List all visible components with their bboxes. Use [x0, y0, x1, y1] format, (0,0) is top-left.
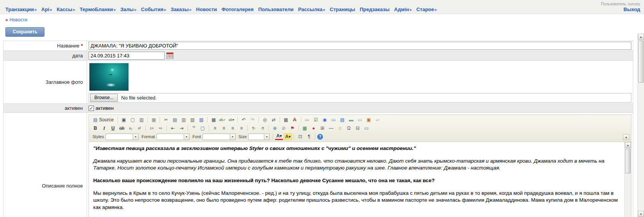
cut-button[interactable]: ✂ [162, 116, 170, 123]
styles-combo-value[interactable] [105, 134, 133, 140]
text-color-button[interactable]: A▾ [275, 133, 283, 140]
blockquote-button[interactable]: “ [190, 125, 198, 132]
image-button[interactable]: ▦ [301, 125, 309, 132]
italic-button[interactable]: I [100, 125, 108, 132]
page-scroll-up-icon[interactable]: ▲ [638, 34, 644, 40]
link-button[interactable]: ⊕ [271, 125, 279, 132]
nav-item[interactable]: Новости [196, 7, 217, 12]
styles-combo[interactable]: Styles▼ [92, 134, 138, 140]
editor-scrollbar[interactable]: ▲ ▼ [624, 142, 631, 217]
title-input[interactable] [89, 42, 631, 50]
page-break-button[interactable]: ⊟ [354, 125, 362, 132]
paste-word-button[interactable]: ▨ [197, 116, 205, 123]
scayt-button[interactable]: ab▾ [227, 116, 236, 123]
editor-scroll-up-icon[interactable]: ▲ [625, 142, 631, 148]
format-combo-arrow-icon[interactable]: ▼ [184, 134, 189, 140]
smiley-button[interactable]: ☺ [336, 125, 344, 132]
nav-item[interactable]: Фотогалерея [222, 7, 254, 12]
nav-item[interactable]: Адмін» [394, 7, 412, 12]
photo-file-input[interactable]: Browse... No file selected. [89, 93, 631, 103]
nav-item[interactable]: Транзакции» [5, 7, 37, 12]
nav-item[interactable]: Кассы» [57, 7, 75, 12]
copy-button[interactable]: ▤ [171, 116, 179, 123]
hidden-field-button[interactable]: ▱ [374, 116, 382, 123]
flash-button[interactable]: ● [310, 125, 318, 132]
button-field-button[interactable]: ▭ [356, 116, 364, 123]
align-left-button[interactable]: ≡ [211, 125, 219, 132]
nav-item[interactable]: Api» [41, 7, 52, 12]
undo-button[interactable]: ↶ [240, 116, 248, 123]
calendar-icon[interactable] [166, 52, 173, 59]
active-checkbox[interactable]: ✓ [89, 106, 94, 111]
create-div-button[interactable]: ▢ [199, 125, 207, 132]
save-button[interactable]: Сохранить [5, 27, 44, 37]
radio-field-button[interactable]: ◉ [321, 116, 329, 123]
bulleted-list-button[interactable]: •≡ [156, 125, 165, 132]
align-justify-button[interactable]: ≡ [237, 125, 245, 132]
unlink-button[interactable]: ⊘ [280, 125, 288, 132]
font-combo-arrow-icon[interactable]: ▼ [230, 134, 236, 140]
size-combo-value[interactable] [248, 134, 264, 140]
size-combo-arrow-icon[interactable]: ▼ [264, 134, 270, 140]
superscript-button[interactable]: x² [135, 125, 143, 132]
format-combo[interactable]: Format▼ [142, 134, 189, 140]
underline-button[interactable]: U [109, 125, 117, 132]
text-field-button[interactable]: ▭ [329, 116, 338, 123]
browse-button[interactable]: Browse... [90, 94, 118, 102]
bg-color-button[interactable]: A▾ [284, 133, 292, 140]
iframe-button[interactable]: ▭ [362, 125, 371, 132]
nav-item[interactable]: Старое» [416, 7, 436, 12]
source-button[interactable]: ▤Source [91, 116, 115, 123]
checkbox-field-button[interactable]: ☑ [312, 116, 320, 123]
format-combo-value[interactable] [156, 134, 184, 140]
styles-combo-arrow-icon[interactable]: ▼ [133, 134, 138, 140]
date-input[interactable] [89, 52, 165, 60]
toolbar-collapse-button[interactable]: ▲ [623, 134, 629, 140]
anchor-button[interactable]: ⚑ [288, 125, 296, 132]
about-button[interactable]: ? [317, 134, 323, 140]
nav-item[interactable]: Залы» [120, 7, 137, 12]
horizontal-rule-button[interactable]: ― [327, 125, 335, 132]
save-button[interactable]: ▣ [120, 116, 128, 123]
bidi-ltr-button[interactable]: ¶› [250, 125, 258, 132]
logout-link[interactable]: Выход [624, 7, 640, 12]
strikethrough-button[interactable]: ab [118, 125, 126, 132]
nav-item[interactable]: ТермоБланки» [80, 7, 116, 12]
select-all-button[interactable]: ▩ [282, 116, 290, 123]
font-combo[interactable]: Font▼ [193, 134, 236, 140]
preview-button[interactable]: ▥ [137, 116, 145, 123]
nav-item[interactable]: Рассылка» [298, 7, 325, 12]
subscript-button[interactable]: x₂ [127, 125, 135, 132]
new-page-button[interactable]: ▢ [128, 116, 137, 123]
print-button[interactable]: ▦ [209, 116, 217, 123]
templates-button[interactable]: ▦ [150, 116, 158, 123]
size-combo[interactable]: Size▼ [239, 134, 270, 140]
special-char-button[interactable]: Ω [345, 125, 353, 132]
indent-button[interactable]: ⇥ [178, 125, 186, 132]
nav-item[interactable]: Предзаказы [360, 7, 390, 12]
show-blocks-button[interactable]: ¶ [305, 133, 313, 140]
align-right-button[interactable]: ≡ [229, 125, 237, 132]
page-scroll-down-icon[interactable]: ▼ [638, 211, 644, 217]
select-field-button[interactable]: ▬ [347, 116, 355, 123]
page-scroll-thumb[interactable] [638, 41, 644, 83]
outdent-button[interactable]: ⇤ [169, 125, 177, 132]
image-button-field-button[interactable]: ▣ [365, 116, 373, 123]
nav-item[interactable]: Заказы» [171, 7, 191, 12]
editor-content[interactable]: "Известная певица рассказала в эксклюзив… [89, 142, 624, 217]
redo-button[interactable]: ↷ [249, 116, 257, 123]
remove-format-button[interactable]: A [291, 116, 299, 123]
nav-item[interactable]: События» [141, 7, 166, 12]
replace-button[interactable]: ⇄ [270, 116, 278, 123]
table-button[interactable]: ⊞ [318, 125, 326, 132]
form-button[interactable]: ▭ [303, 116, 311, 123]
nav-item[interactable]: Страницы [330, 7, 355, 12]
paste-button[interactable]: ▥ [180, 116, 188, 123]
paste-text-button[interactable]: ▧ [188, 116, 196, 123]
spell-check-button[interactable]: ab✓ [218, 116, 227, 123]
align-center-button[interactable]: ≡ [220, 125, 228, 132]
font-combo-value[interactable] [203, 134, 230, 140]
editor-scroll-thumb[interactable] [625, 149, 631, 173]
bidi-rtl-button[interactable]: ‹¶ [259, 125, 267, 132]
find-button[interactable]: ◎ [261, 116, 269, 123]
